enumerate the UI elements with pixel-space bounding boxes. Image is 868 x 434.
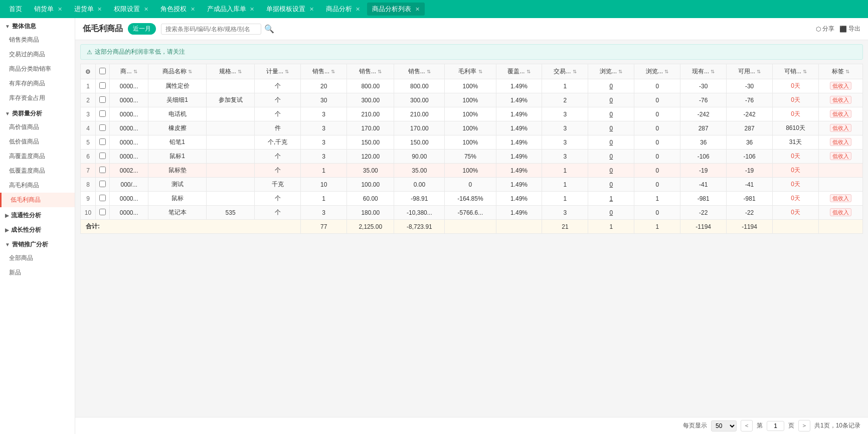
row-view1[interactable]: 0 bbox=[588, 121, 634, 135]
sidebar-item-category-rate[interactable]: 商品分类助销率 bbox=[0, 62, 75, 76]
col-unit[interactable]: 计量... ⇅ bbox=[255, 64, 301, 79]
view1-link[interactable]: 0 bbox=[609, 153, 613, 160]
nav-role-close[interactable]: ✕ bbox=[191, 6, 195, 12]
col-stock3[interactable]: 可销... ⇅ bbox=[773, 64, 819, 79]
row-checkbox-cell[interactable] bbox=[96, 192, 110, 206]
search-icon[interactable]: 🔍 bbox=[264, 24, 274, 34]
row-checkbox[interactable] bbox=[99, 138, 106, 145]
col-stock1[interactable]: 现有... ⇅ bbox=[680, 64, 727, 79]
sidebar-item-high-margin[interactable]: 高毛利商品 bbox=[0, 178, 75, 193]
nav-purchase-close[interactable]: ✕ bbox=[97, 6, 102, 12]
export-button[interactable]: ⬛ 导出 bbox=[839, 25, 860, 33]
sidebar-item-traded-goods[interactable]: 交易过的商品 bbox=[0, 47, 75, 62]
sidebar-item-new-goods[interactable]: 新品 bbox=[0, 265, 75, 280]
nav-product-warehouse[interactable]: 产成品入库单 ✕ bbox=[202, 3, 260, 16]
row-checkbox-cell[interactable] bbox=[96, 164, 110, 178]
view1-link[interactable]: 0 bbox=[609, 139, 613, 146]
col-code[interactable]: 商... ⇅ bbox=[110, 64, 148, 79]
row-checkbox-cell[interactable] bbox=[96, 107, 110, 121]
row-view1[interactable]: 0 bbox=[588, 164, 634, 178]
nav-sales[interactable]: 销货单 ✕ bbox=[29, 3, 67, 16]
view1-link[interactable]: 0 bbox=[609, 167, 613, 174]
sidebar-item-capital[interactable]: 库存资金占用 bbox=[0, 91, 75, 105]
row-view1[interactable]: 0 bbox=[588, 93, 634, 107]
col-tags[interactable]: 标签 ⇅ bbox=[818, 64, 862, 79]
view1-link[interactable]: 0 bbox=[609, 209, 613, 216]
col-gross[interactable]: 毛利率 ⇅ bbox=[445, 64, 496, 79]
view1-link[interactable]: 1 bbox=[609, 195, 613, 202]
row-view1[interactable]: 1 bbox=[588, 192, 634, 206]
row-view1[interactable]: 0 bbox=[588, 178, 634, 192]
row-checkbox[interactable] bbox=[99, 153, 106, 159]
table-container[interactable]: ⚙ 商... ⇅ 商品名称 ⇅ 规格... ⇅ 计量... ⇅ 销售... ⇅ … bbox=[80, 64, 863, 417]
col-settings[interactable]: ⚙ bbox=[81, 64, 96, 79]
row-view1[interactable]: 0 bbox=[588, 107, 634, 121]
sidebar-group-overall[interactable]: ▼ 整体信息 bbox=[0, 18, 75, 33]
row-view1[interactable]: 0 bbox=[588, 206, 634, 220]
next-page-button[interactable]: ＞ bbox=[798, 420, 810, 431]
sidebar-group-growth[interactable]: ▶ 成长性分析 bbox=[0, 222, 75, 236]
view1-link[interactable]: 0 bbox=[609, 83, 613, 90]
sidebar-group-flow[interactable]: ▶ 流通性分析 bbox=[0, 207, 75, 222]
select-all-checkbox[interactable] bbox=[99, 68, 106, 74]
col-view1[interactable]: 浏览... ⇅ bbox=[588, 64, 634, 79]
date-filter-button[interactable]: 近一月 bbox=[128, 23, 156, 35]
sidebar-item-high-coverage[interactable]: 高覆盖度商品 bbox=[0, 149, 75, 164]
nav-home[interactable]: 首页 bbox=[4, 3, 27, 16]
nav-template[interactable]: 单据模板设置 ✕ bbox=[261, 3, 319, 16]
row-checkbox[interactable] bbox=[99, 181, 106, 187]
nav-permission[interactable]: 权限设置 ✕ bbox=[109, 3, 153, 16]
nav-goods-analysis-close[interactable]: ✕ bbox=[356, 6, 360, 12]
sidebar-group-marketing[interactable]: ▼ 营销推广分析 bbox=[0, 236, 75, 251]
nav-product-warehouse-close[interactable]: ✕ bbox=[250, 6, 254, 12]
sidebar-item-in-stock[interactable]: 有库存的商品 bbox=[0, 76, 75, 91]
row-checkbox[interactable] bbox=[99, 195, 106, 201]
row-checkbox[interactable] bbox=[99, 124, 106, 131]
row-checkbox[interactable] bbox=[99, 167, 106, 173]
col-stock2[interactable]: 可用... ⇅ bbox=[727, 64, 773, 79]
sidebar-item-high-value[interactable]: 高价值商品 bbox=[0, 120, 75, 134]
row-checkbox-cell[interactable] bbox=[96, 135, 110, 150]
row-checkbox-cell[interactable] bbox=[96, 121, 110, 135]
row-checkbox[interactable] bbox=[99, 96, 106, 103]
nav-goods-analysis[interactable]: 商品分析 ✕ bbox=[321, 3, 366, 16]
prev-page-button[interactable]: ＜ bbox=[741, 420, 753, 431]
sidebar-item-all-goods[interactable]: 全部商品 bbox=[0, 251, 75, 265]
view1-link[interactable]: 0 bbox=[609, 181, 613, 188]
col-sale2[interactable]: 销售... ⇅ bbox=[347, 64, 394, 79]
nav-goods-analysis-list-close[interactable]: ✕ bbox=[415, 6, 420, 12]
sidebar-item-low-value[interactable]: 低价值商品 bbox=[0, 134, 75, 149]
sidebar-item-low-coverage[interactable]: 低覆盖度商品 bbox=[0, 164, 75, 178]
page-number-input[interactable] bbox=[767, 421, 784, 431]
row-checkbox[interactable] bbox=[99, 110, 106, 117]
row-view1[interactable]: 0 bbox=[588, 150, 634, 164]
row-checkbox-cell[interactable] bbox=[96, 150, 110, 164]
row-view1[interactable]: 0 bbox=[588, 135, 634, 150]
view1-link[interactable]: 0 bbox=[609, 111, 613, 118]
view1-link[interactable]: 0 bbox=[609, 125, 613, 132]
col-sale3[interactable]: 销售... ⇅ bbox=[394, 64, 445, 79]
view1-link[interactable]: 0 bbox=[609, 97, 613, 104]
sidebar-item-sales-goods[interactable]: 销售类商品 bbox=[0, 33, 75, 47]
nav-sales-close[interactable]: ✕ bbox=[58, 6, 62, 12]
row-checkbox[interactable] bbox=[99, 209, 106, 215]
col-checkbox[interactable] bbox=[96, 64, 110, 79]
col-name[interactable]: 商品名称 ⇅ bbox=[148, 64, 207, 79]
col-spec[interactable]: 规格... ⇅ bbox=[206, 64, 254, 79]
col-view2[interactable]: 浏览... ⇅ bbox=[634, 64, 680, 79]
nav-goods-analysis-list[interactable]: 商品分析列表 ✕ bbox=[367, 3, 425, 16]
row-checkbox-cell[interactable] bbox=[96, 178, 110, 192]
share-button[interactable]: ⬡ 分享 bbox=[816, 25, 834, 33]
nav-purchase[interactable]: 进货单 ✕ bbox=[69, 3, 107, 16]
col-sale1[interactable]: 销售... ⇅ bbox=[301, 64, 347, 79]
row-checkbox-cell[interactable] bbox=[96, 93, 110, 107]
search-input[interactable] bbox=[161, 24, 261, 35]
nav-permission-close[interactable]: ✕ bbox=[144, 6, 148, 12]
nav-role[interactable]: 角色授权 ✕ bbox=[155, 3, 200, 16]
per-page-select[interactable]: 50 100 200 bbox=[711, 420, 737, 431]
row-checkbox-cell[interactable] bbox=[96, 206, 110, 220]
col-trade[interactable]: 交易... ⇅ bbox=[542, 64, 588, 79]
row-checkbox[interactable] bbox=[99, 82, 106, 89]
row-view1[interactable]: 0 bbox=[588, 79, 634, 93]
sidebar-item-low-margin[interactable]: 低毛利商品 bbox=[0, 193, 75, 207]
